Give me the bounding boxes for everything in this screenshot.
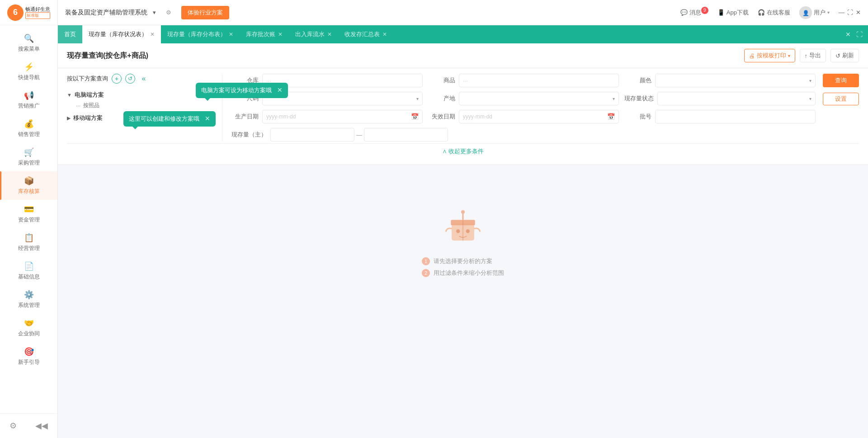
svg-point-5 <box>456 229 460 233</box>
tab-receipt-summary[interactable]: 收发存汇总表 ✕ <box>338 25 393 43</box>
collapse-sidebar-icon[interactable]: ◀◀ <box>33 419 50 433</box>
filter-row-2: 尺码 ▾ 产地 ▾ <box>231 92 816 105</box>
sidebar-label-enterprise: 企业协同 <box>18 330 40 338</box>
desktop-scheme-subitem[interactable]: ··· 按照品 <box>76 101 213 110</box>
batch-no-label: 批号 <box>624 113 651 121</box>
export-icon: ↑ <box>805 52 808 59</box>
gear-button[interactable]: ⚙ <box>161 5 176 20</box>
filter-collapse[interactable]: ∧ 收起更多条件 <box>67 143 859 159</box>
system-icon: ⚙️ <box>24 290 34 300</box>
guide-icon: 🎯 <box>24 347 34 357</box>
sidebar-item-inventory[interactable]: 📦 库存核算 <box>0 171 57 200</box>
refresh-icon: ↺ <box>835 52 840 59</box>
expiry-date-input[interactable]: yyyy-mm-dd 📅 <box>459 110 619 123</box>
desktop-scheme-item[interactable]: ▼ 电脑端方案 <box>67 89 213 101</box>
prod-date-field: 生产日期 yyyy-mm-dd 📅 <box>231 110 423 123</box>
tooltip2-text: 这里可以创建和修改方案哦 <box>129 115 199 122</box>
color-select[interactable]: ▾ <box>655 74 816 87</box>
empty-step-2: 2 用过滤条件来缩小分析范围 <box>422 269 504 277</box>
tooltip2-close[interactable]: ✕ <box>205 115 210 122</box>
goods-label: 商品 <box>428 76 455 85</box>
inv-status-select[interactable]: ▾ <box>657 92 816 105</box>
goods-field: 商品 ··· <box>428 74 619 87</box>
sidebar-item-guide[interactable]: 🎯 新手引导 <box>0 342 57 371</box>
sidebar: 6 畅通好生意 标准版 🔍 搜索菜单 ⚡ 快捷导航 📢 营销推广 💰 销售管理 … <box>0 0 58 438</box>
refresh-scheme-button[interactable]: ↺ <box>125 74 135 84</box>
tab-in-out-flow-close[interactable]: ✕ <box>327 31 332 38</box>
prod-date-calendar-icon[interactable]: 📅 <box>411 113 419 120</box>
tab-close-all-icon[interactable]: ✕ <box>844 29 853 40</box>
inv-qty-from[interactable] <box>270 128 354 141</box>
inv-qty-to[interactable] <box>364 128 448 141</box>
tooltip-create-scheme: 这里可以创建和修改方案哦 ✕ <box>123 111 216 127</box>
basic-icon: 📄 <box>24 261 34 271</box>
marketing-icon: 📢 <box>24 90 34 100</box>
close-window-icon[interactable]: ✕ <box>856 9 861 16</box>
export-button[interactable]: ↑ 导出 <box>800 49 826 62</box>
size-dropdown-arrow: ▾ <box>416 96 419 101</box>
sidebar-item-sales[interactable]: 💰 销售管理 <box>0 114 57 143</box>
sidebar-item-search[interactable]: 🔍 搜索菜单 <box>0 29 57 57</box>
logo-badge: 标准版 <box>25 12 50 19</box>
add-scheme-button[interactable]: + <box>112 74 122 84</box>
sidebar-item-finance[interactable]: 💳 资金管理 <box>0 200 57 228</box>
notification-badge: 9 <box>701 7 708 14</box>
reset-button[interactable]: 设置 <box>823 93 859 105</box>
tab-home[interactable]: 首页 <box>58 25 82 43</box>
tab-batch-ledger-close[interactable]: ✕ <box>278 31 283 38</box>
tab-in-out-flow[interactable]: 出入库流水 ✕ <box>289 25 338 43</box>
goods-input[interactable]: ··· <box>459 74 619 87</box>
sidebar-item-enterprise[interactable]: 🤝 企业协同 <box>0 314 57 342</box>
tab-fullscreen-icon[interactable]: ⛶ <box>854 29 864 40</box>
inv-qty-label: 现存量（主） <box>231 131 267 139</box>
tab-inventory-dist-close[interactable]: ✕ <box>229 31 233 38</box>
svg-text:👤: 👤 <box>802 9 809 16</box>
header-left: 装备及固定资产辅助管理系统 ▾ ⚙ 体验行业方案 <box>65 5 229 20</box>
batch-no-field: 批号 <box>624 110 816 123</box>
user-item[interactable]: 👤 用户 ▾ <box>799 6 830 19</box>
trial-button[interactable]: 体验行业方案 <box>181 6 229 19</box>
print-button[interactable]: 🖨 按模板打印 ▾ <box>744 49 795 62</box>
step-1-num: 1 <box>422 257 430 265</box>
tab-inventory-status[interactable]: 现存量（库存状况表） ✕ <box>82 25 161 43</box>
sidebar-item-operation[interactable]: 📋 经营管理 <box>0 228 57 257</box>
active-bar <box>0 171 1 200</box>
sidebar-item-marketing[interactable]: 📢 营销推广 <box>0 86 57 114</box>
tab-inventory-dist[interactable]: 现存量（库存分布表） ✕ <box>161 25 240 43</box>
system-dropdown[interactable]: ▾ <box>153 9 156 16</box>
filter-label: 按以下方案查询 <box>67 75 108 83</box>
minimize-icon[interactable]: — <box>839 9 844 16</box>
sidebar-item-basic[interactable]: 📄 基础信息 <box>0 257 57 285</box>
settings-icon[interactable]: ⚙ <box>8 419 19 433</box>
inv-qty-range: — <box>270 128 448 141</box>
expiry-date-calendar-icon[interactable]: 📅 <box>607 113 615 120</box>
notification-label: 消息 <box>689 9 701 17</box>
origin-select[interactable]: ▾ <box>459 92 619 105</box>
maximize-icon[interactable]: ⛶ <box>847 9 853 16</box>
sidebar-item-system[interactable]: ⚙️ 系统管理 <box>0 285 57 314</box>
batch-no-input[interactable] <box>655 110 816 123</box>
online-service-item[interactable]: 🎧 在线客服 <box>758 9 790 17</box>
content-area: 现存量查询(按仓库+商品) 🖨 按模板打印 ▾ ↑ 导出 ↺ 刷新 <box>58 43 868 438</box>
user-avatar: 👤 <box>799 6 812 19</box>
app-download-item[interactable]: 📱 App下载 <box>717 9 749 17</box>
tooltip1-close[interactable]: ✕ <box>277 86 283 94</box>
filter-area: 按以下方案查询 + ↺ « ▼ 电脑端方案 ··· 按照品 <box>58 68 868 165</box>
sidebar-label-sales: 销售管理 <box>18 131 40 138</box>
back-scheme-button[interactable]: « <box>139 74 149 84</box>
tab-inventory-status-close[interactable]: ✕ <box>150 31 155 38</box>
prod-date-input[interactable]: yyyy-mm-dd 📅 <box>262 110 423 123</box>
tab-batch-ledger[interactable]: 库存批次账 ✕ <box>240 25 289 43</box>
refresh-button[interactable]: ↺ 刷新 <box>830 49 859 62</box>
subitem-label: 按照品 <box>83 102 99 109</box>
notification-item[interactable]: 💬 消息 9 <box>680 9 708 17</box>
filter-header: 按以下方案查询 + ↺ « <box>67 74 213 84</box>
quick-icon: ⚡ <box>24 62 34 72</box>
tab-receipt-summary-close[interactable]: ✕ <box>382 31 387 38</box>
sidebar-item-quick[interactable]: ⚡ 快捷导航 <box>0 57 57 86</box>
color-dropdown-arrow: ▾ <box>809 78 811 83</box>
sidebar-item-purchase[interactable]: 🛒 采购管理 <box>0 143 57 171</box>
refresh-label: 刷新 <box>842 52 854 60</box>
expiry-date-field: 失效日期 yyyy-mm-dd 📅 <box>428 110 619 123</box>
search-button[interactable]: 查询 <box>823 74 859 87</box>
